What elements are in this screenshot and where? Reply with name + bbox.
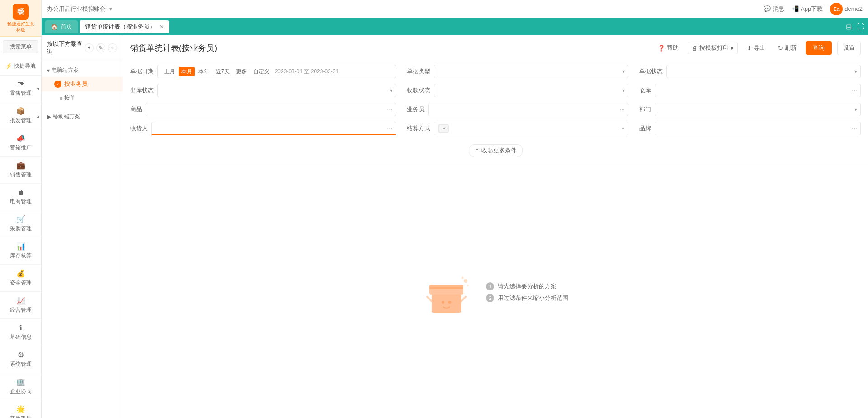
message-button[interactable]: 💬 消息 xyxy=(764,5,784,13)
query-button[interactable]: 查询 xyxy=(806,41,832,55)
left-panel-subitem-byorder[interactable]: ≡ 按单 xyxy=(42,91,123,104)
salesman-dots[interactable]: ··· xyxy=(619,106,625,113)
doc-type-select[interactable] xyxy=(434,65,628,78)
filter-doc-status: 单据状态 ▾ xyxy=(628,65,861,78)
help-label: 帮助 xyxy=(667,44,679,52)
department-select[interactable] xyxy=(655,103,861,116)
sidebar-item-sales-label: 销售管理 xyxy=(10,171,32,179)
settlement-tag-close[interactable]: × xyxy=(443,125,446,132)
page-actions: ❓ 帮助 🖨 按模板打印 ▾ ⬇ 导出 ↻ 刷新 xyxy=(654,41,861,55)
empty-hint-1: 1 请先选择要分析的方案 xyxy=(486,282,568,290)
sidebar-item-finance-label: 资金管理 xyxy=(10,279,32,287)
hint-1-text: 请先选择要分析的方案 xyxy=(498,282,557,290)
user-profile[interactable]: Ea demo2 xyxy=(830,3,863,15)
sidebar-item-sales[interactable]: 💼 销售管理 xyxy=(0,157,41,184)
mobile-section-title[interactable]: ▶ 移动端方案 xyxy=(42,110,123,123)
left-panel-edit-button[interactable]: ✎ xyxy=(96,43,105,52)
out-status-control: ▾ xyxy=(157,84,396,97)
template-print-button[interactable]: 🖨 按模板打印 ▾ xyxy=(688,42,738,54)
sidebar-item-ecommerce[interactable]: 🖥 电商管理 xyxy=(0,184,41,210)
doc-type-label: 单据类型 xyxy=(407,67,430,76)
tab-close-button[interactable]: × xyxy=(160,23,164,30)
date-btn-this-month[interactable]: 本月 xyxy=(179,67,195,76)
sidebar-item-newbie[interactable]: 🌟 新手引导 xyxy=(0,400,41,418)
brand-dots[interactable]: ··· xyxy=(852,125,857,132)
sales-icon: 💼 xyxy=(16,161,25,170)
date-btn-this-year[interactable]: 本年 xyxy=(196,67,212,76)
date-btn-prev-month[interactable]: 上月 xyxy=(161,67,178,76)
left-panel-collapse-button[interactable]: « xyxy=(108,43,117,52)
svg-point-4 xyxy=(464,279,467,283)
product-dots[interactable]: ··· xyxy=(387,106,392,113)
tab-fullscreen-icon[interactable]: ⛶ xyxy=(857,23,864,31)
out-status-select[interactable] xyxy=(157,84,396,97)
sidebar-item-enterprise[interactable]: 🏢 企业协同 xyxy=(0,373,41,400)
export-icon: ⬇ xyxy=(747,45,752,52)
ecommerce-icon: 🖥 xyxy=(17,188,24,196)
topbar-left: 办公用品行业模拟账套 ▾ xyxy=(47,5,112,13)
receipt-status-select[interactable] xyxy=(434,84,628,97)
date-btn-7days[interactable]: 近7天 xyxy=(213,67,232,76)
pc-section-title[interactable]: ▾ 电脑端方案 xyxy=(42,64,123,77)
collapse-row: ⌃ 收起更多条件 xyxy=(130,141,861,161)
settlement-arrow[interactable]: ▾ xyxy=(622,125,624,132)
department-label: 部门 xyxy=(639,105,651,114)
left-panel-item-salesman[interactable]: ✓ 按业务员 xyxy=(42,77,123,91)
sidebar-item-marketing[interactable]: 📣 营销推广 xyxy=(0,129,41,157)
hint-2-num: 2 xyxy=(486,294,494,302)
brand-input[interactable] xyxy=(655,122,861,135)
warehouse-dots[interactable]: ··· xyxy=(852,87,857,94)
quick-nav-button[interactable]: ⚡ 快捷导航 xyxy=(3,60,38,72)
tab-sales-stats[interactable]: 销货单统计表（按业务员） × xyxy=(80,20,169,33)
tab-home[interactable]: 🏠 首页 xyxy=(45,20,78,33)
salesman-item-icon: ✓ xyxy=(54,81,61,88)
sidebar-item-system[interactable]: ⚙ 系统管理 xyxy=(0,346,41,373)
sidebar-item-retail[interactable]: 🛍 零售管理 ▾ xyxy=(0,76,41,102)
receiver-dots[interactable]: ··· xyxy=(387,125,392,132)
filter-row-4: 收货人 ··· 结算方式 × ▾ xyxy=(130,122,861,135)
settings-button[interactable]: 设置 xyxy=(837,41,861,55)
basic-icon: ℹ xyxy=(19,323,22,332)
receiver-input[interactable] xyxy=(151,122,396,135)
brand-label: 品牌 xyxy=(639,124,651,133)
topbar: 办公用品行业模拟账套 ▾ 💬 消息 📲 App下载 Ea demo2 xyxy=(42,0,868,18)
tab-expand-icon[interactable]: ⊟ xyxy=(846,23,852,31)
sidebar-item-newbie-label: 新手引导 xyxy=(10,415,32,418)
retail-icon: 🛍 xyxy=(17,80,24,88)
export-button[interactable]: ⬇ 导出 xyxy=(743,42,769,54)
sidebar-item-basic[interactable]: ℹ 基础信息 xyxy=(0,319,41,346)
message-icon: 💬 xyxy=(764,5,771,12)
collapse-button[interactable]: ⌃ 收起更多条件 xyxy=(469,144,523,157)
receiver-label: 收货人 xyxy=(130,124,148,133)
date-filter-control: 上月 本月 本年 近7天 更多 自定义 2023-03-01 至 2023-03… xyxy=(157,65,396,78)
receipt-status-label: 收款状态 xyxy=(407,86,430,95)
salesman-input[interactable] xyxy=(428,103,628,116)
breadcrumb-arrow[interactable]: ▾ xyxy=(109,6,112,12)
brand-control: ··· xyxy=(655,122,861,135)
topbar-right: 💬 消息 📲 App下载 Ea demo2 xyxy=(764,3,863,15)
wholesale-icon: 📦 xyxy=(16,107,25,115)
date-btn-more[interactable]: 更多 xyxy=(233,67,250,76)
left-panel-add-button[interactable]: + xyxy=(85,43,94,52)
refresh-button[interactable]: ↻ 刷新 xyxy=(774,42,800,54)
doc-status-select[interactable] xyxy=(666,65,861,78)
warehouse-input[interactable] xyxy=(655,84,861,97)
svg-point-5 xyxy=(462,277,464,279)
content-area: 按以下方案查询 + ✎ « ▾ 电脑端方案 ✓ 按业务员 ≡ 按单 xyxy=(42,35,868,418)
app-download-icon: 📲 xyxy=(792,5,799,12)
svg-point-7 xyxy=(442,301,444,304)
sidebar-item-inventory[interactable]: 📊 库存核算 xyxy=(0,238,41,265)
search-menu-button[interactable]: 搜索菜单 xyxy=(3,40,38,53)
date-btn-custom[interactable]: 自定义 xyxy=(250,67,272,76)
salesman-control: ··· xyxy=(428,103,628,116)
filter-row-1: 单据日期 上月 本月 本年 近7天 更多 自定义 2023-03-01 至 20… xyxy=(130,65,861,78)
sidebar-item-purchase-label: 采购管理 xyxy=(10,225,32,233)
sidebar-item-wholesale-label: 批发管理 xyxy=(10,117,32,124)
app-download-button[interactable]: 📲 App下载 xyxy=(792,5,823,13)
help-button[interactable]: ❓ 帮助 xyxy=(654,42,682,54)
product-input[interactable] xyxy=(146,103,396,116)
sidebar-item-operations[interactable]: 📈 经营管理 xyxy=(0,292,41,319)
sidebar-item-wholesale[interactable]: 📦 批发管理 ▴ xyxy=(0,102,41,129)
sidebar-item-purchase[interactable]: 🛒 采购管理 xyxy=(0,210,41,238)
sidebar-item-finance[interactable]: 💰 资金管理 xyxy=(0,265,41,292)
